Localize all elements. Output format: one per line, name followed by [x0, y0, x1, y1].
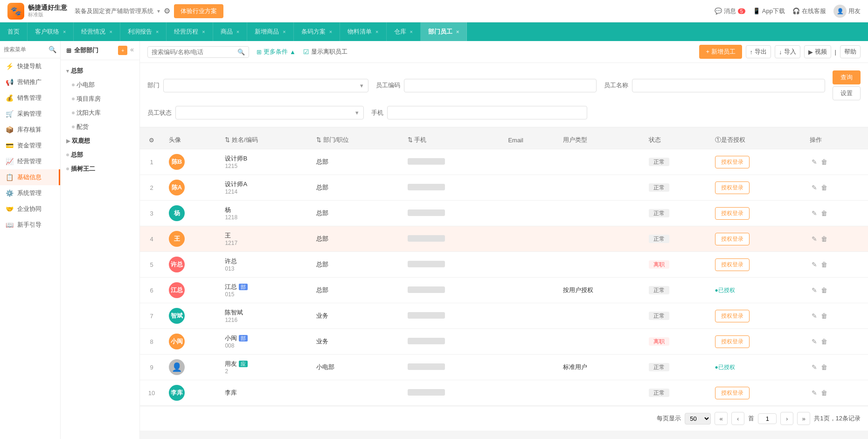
close-new-goods-tab[interactable]: ×	[283, 29, 285, 35]
auth-login-button[interactable]: 授权登录	[715, 310, 750, 322]
delete-button[interactable]: 🗑	[819, 260, 829, 269]
delete-button[interactable]: 🗑	[819, 157, 829, 167]
sys-title-dropdown[interactable]: ▾	[157, 8, 160, 14]
auth-login-button[interactable]: 授权登录	[715, 233, 750, 245]
edit-button[interactable]: ✎	[810, 260, 819, 269]
col-settings[interactable]: ⚙	[140, 131, 163, 149]
sidebar-item-inventory[interactable]: 📦 库存核算	[0, 122, 60, 138]
delete-button[interactable]: 🗑	[819, 183, 829, 192]
edit-button[interactable]: ✎	[810, 183, 819, 192]
delete-button[interactable]: 🗑	[819, 337, 829, 346]
page-number-input[interactable]	[758, 413, 777, 424]
sidebar-item-collab[interactable]: 🤝 企业协同	[0, 201, 60, 217]
col-name[interactable]: ⇅ 姓名/编码	[219, 131, 311, 149]
edit-button[interactable]: ✎	[810, 286, 819, 295]
show-resigned-toggle[interactable]: ☑ 显示离职员工	[303, 48, 347, 56]
filter-emp-status-select[interactable]: ▾	[175, 106, 364, 119]
sidebar-item-marketing[interactable]: 📢 营销推广	[0, 74, 60, 90]
dept-collapse-icon[interactable]: «	[130, 46, 134, 55]
close-goods-tab[interactable]: ×	[236, 29, 239, 35]
close-profit-tab[interactable]: ×	[156, 29, 159, 35]
sidebar-item-system[interactable]: ⚙️ 系统管理	[0, 185, 60, 201]
import-button[interactable]: ↓ 导入	[775, 45, 800, 58]
tab-bom[interactable]: 物料清单×	[340, 22, 386, 41]
delete-button[interactable]: 🗑	[819, 286, 829, 295]
filter-settings-button[interactable]: 设置	[833, 86, 861, 100]
dept-item-distribution[interactable]: 配货	[61, 120, 139, 134]
employee-search-input[interactable]	[152, 49, 236, 56]
tab-customer[interactable]: 客户联络×	[28, 22, 74, 41]
auth-login-button[interactable]: 授权登录	[715, 258, 750, 271]
dept-item-zongbu2[interactable]: 总部	[61, 148, 139, 162]
more-filter-button[interactable]: ⊞ 更多条件 ▲	[253, 46, 299, 58]
close-history-tab[interactable]: ×	[202, 29, 205, 35]
filter-emp-code-input[interactable]	[404, 79, 597, 92]
close-operation-tab[interactable]: ×	[109, 29, 112, 35]
dept-item-zongbu-expand[interactable]: ▾ 总部	[61, 64, 139, 78]
auth-login-button[interactable]: 授权登录	[715, 335, 750, 348]
video-button[interactable]: ▶ 视频	[804, 45, 831, 58]
settings-gear-icon[interactable]: ⚙	[164, 7, 170, 15]
dept-all-label[interactable]: 全部部门	[74, 46, 98, 55]
col-dept[interactable]: ⇅ 部门/职位	[311, 131, 402, 149]
online-service-button[interactable]: 🎧 在线客服	[792, 7, 826, 15]
auth-login-button[interactable]: 授权登录	[715, 387, 750, 399]
col-phone[interactable]: ⇅ 手机	[402, 131, 503, 149]
delete-button[interactable]: 🗑	[819, 209, 829, 218]
export-button[interactable]: ↑ 导出	[746, 45, 771, 58]
tab-warehouse[interactable]: 仓库×	[387, 22, 421, 41]
filter-phone-input[interactable]	[387, 106, 588, 119]
edit-button[interactable]: ✎	[810, 362, 819, 372]
edit-button[interactable]: ✎	[810, 311, 819, 321]
delete-button[interactable]: 🗑	[819, 362, 829, 372]
sidebar-search-icon[interactable]: 🔍	[49, 46, 56, 53]
user-area[interactable]: 👤 用友	[833, 5, 861, 18]
last-page-button[interactable]: »	[797, 412, 810, 425]
employee-search-icon[interactable]: 🔍	[237, 49, 245, 56]
experience-button[interactable]: 体验行业方案	[174, 4, 223, 18]
edit-button[interactable]: ✎	[810, 234, 819, 244]
dept-item-shuanglu[interactable]: ▶ 双鹿想	[61, 134, 139, 148]
delete-button[interactable]: 🗑	[819, 388, 829, 397]
sidebar-item-sales[interactable]: 💰 销售管理	[0, 90, 60, 106]
edit-button[interactable]: ✎	[810, 388, 819, 397]
sidebar-search-input[interactable]	[4, 46, 49, 53]
prev-page-button[interactable]: ‹	[731, 412, 744, 425]
tab-profit[interactable]: 利润报告×	[120, 22, 167, 41]
edit-button[interactable]: ✎	[810, 337, 819, 346]
per-page-select[interactable]: 50 100	[685, 413, 711, 425]
sidebar-item-purchase[interactable]: 🛒 采购管理	[0, 106, 60, 122]
dept-add-icon[interactable]: +	[118, 46, 127, 55]
next-page-button[interactable]: ›	[780, 412, 793, 425]
message-button[interactable]: 💬 消息 5	[715, 7, 745, 15]
edit-button[interactable]: ✎	[810, 157, 819, 167]
delete-button[interactable]: 🗑	[819, 311, 829, 321]
tab-new-goods[interactable]: 新增商品×	[247, 22, 293, 41]
dept-item-project-room[interactable]: 项目库房	[61, 92, 139, 106]
close-bom-tab[interactable]: ×	[375, 29, 378, 35]
close-employee-tab[interactable]: ×	[456, 29, 459, 35]
sidebar-item-business[interactable]: 📈 经营管理	[0, 153, 60, 169]
sidebar-item-finance[interactable]: 💳 资金管理	[0, 138, 60, 153]
app-download-button[interactable]: 📱 App下载	[753, 7, 785, 15]
dept-item-small-elec[interactable]: 小电部	[61, 78, 139, 92]
add-employee-button[interactable]: + 新增员工	[699, 45, 742, 59]
show-resigned-checkbox[interactable]: ☑	[303, 48, 309, 56]
edit-button[interactable]: ✎	[810, 209, 819, 218]
query-button[interactable]: 查询	[833, 70, 861, 84]
close-barcode-tab[interactable]: ×	[329, 29, 332, 35]
filter-dept-select[interactable]: ▾	[163, 79, 368, 92]
auth-login-button[interactable]: 授权登录	[715, 207, 750, 220]
delete-button[interactable]: 🗑	[819, 234, 829, 244]
tab-history[interactable]: 经营历程×	[167, 22, 213, 41]
tab-operation[interactable]: 经营情况×	[74, 22, 120, 41]
close-customer-tab[interactable]: ×	[63, 29, 66, 35]
sidebar-item-quick-nav[interactable]: ⚡ 快捷导航	[0, 58, 60, 74]
close-warehouse-tab[interactable]: ×	[410, 29, 413, 35]
tab-employee[interactable]: 部门员工×	[421, 22, 467, 41]
help-button[interactable]: 帮助	[840, 45, 861, 58]
dept-item-chashuwang[interactable]: 插树王二	[61, 162, 139, 176]
filter-emp-name-input[interactable]	[632, 79, 825, 92]
first-page-button[interactable]: «	[715, 412, 728, 425]
auth-login-button[interactable]: 授权登录	[715, 181, 750, 194]
